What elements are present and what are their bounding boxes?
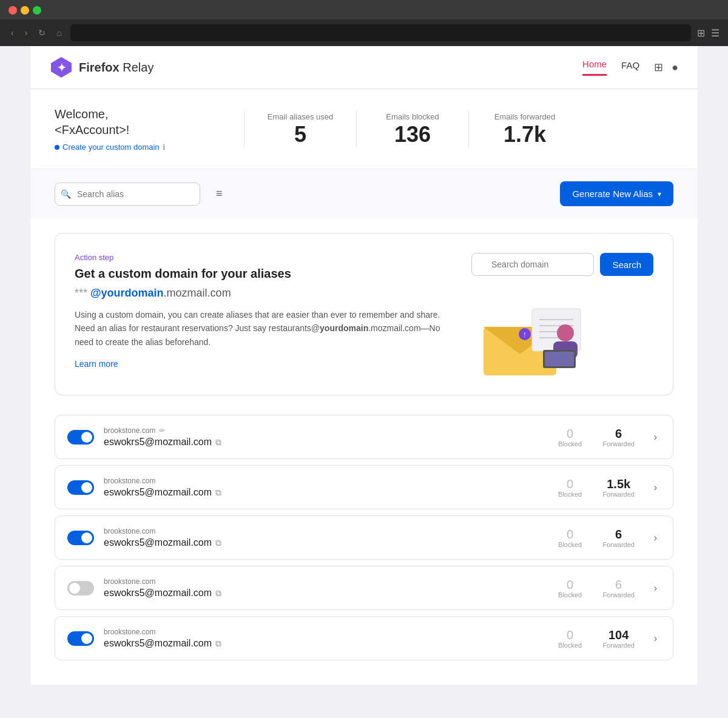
home-button[interactable]: ⌂ (54, 25, 64, 40)
user-icon-button[interactable]: ● (672, 61, 678, 74)
alias-blocked-value-1: 0 (552, 427, 588, 440)
alias-stats-5: 0 Blocked 104 Forwarded (552, 628, 637, 649)
alias-blocked-value-3: 0 (552, 528, 588, 541)
alias-stats-2: 0 Blocked 1.5k Forwarded (552, 477, 637, 498)
alias-label-1: brookstone.com ✏ (104, 426, 542, 435)
search-alias-input[interactable] (55, 183, 200, 206)
filter-button[interactable]: ≡ (210, 184, 229, 204)
nav-faq[interactable]: FAQ (621, 60, 639, 75)
copy-icon-3[interactable]: ⧉ (215, 538, 221, 548)
stat-divider-3 (468, 111, 469, 147)
alias-label-3: brookstone.com (104, 527, 542, 535)
alias-info-4: brookstone.com eswokrs5@mozmail.com ⧉ (104, 577, 542, 599)
alias-email-1: eswokrs5@mozmail.com ⧉ (104, 437, 542, 448)
alias-blocked-stat-5: 0 Blocked (552, 628, 588, 649)
copy-icon-2[interactable]: ⧉ (215, 488, 221, 498)
alias-label-2: brookstone.com (104, 477, 542, 485)
alias-blocked-stat-2: 0 Blocked (552, 477, 588, 498)
alias-info-3: brookstone.com eswokrs5@mozmail.com ⧉ (104, 527, 542, 548)
custom-domain-link[interactable]: Create your custom domain ℹ (55, 143, 224, 152)
alias-item: brookstone.com ✏ eswokrs5@mozmail.com ⧉ … (55, 415, 673, 459)
alias-blocked-value-5: 0 (552, 628, 588, 642)
alias-forwarded-label-2: Forwarded (601, 491, 637, 498)
alias-list: brookstone.com ✏ eswokrs5@mozmail.com ⧉ … (30, 410, 698, 685)
alias-toggle-5[interactable] (67, 631, 94, 646)
alias-expand-button-5[interactable]: › (650, 629, 661, 648)
stat-emails-forwarded: Emails forwarded 1.7k (488, 112, 561, 146)
search-alias-wrapper: 🔍 (55, 183, 200, 206)
alias-forwarded-value-5: 104 (601, 628, 637, 642)
back-button[interactable]: ‹ (8, 25, 16, 40)
browser-chrome (0, 0, 728, 19)
domain-preview: *** @yourdomain.mozmail.com (75, 287, 452, 300)
firefox-relay-logo: ✦ (50, 56, 73, 79)
alias-forwarded-stat-4: 6 Forwarded (601, 578, 637, 599)
alias-item: brookstone.com eswokrs5@mozmail.com ⧉ 0 … (55, 515, 673, 560)
alias-stats-1: 0 Blocked 6 Forwarded (552, 427, 637, 448)
alias-email-4: eswokrs5@mozmail.com ⧉ (104, 588, 542, 599)
search-button[interactable]: Search (600, 253, 653, 276)
svg-text:✦: ✦ (57, 62, 66, 74)
action-step-label: Action step (75, 253, 452, 262)
reload-button[interactable]: ↻ (36, 25, 48, 40)
app-container: ✦ Firefox Relay Home FAQ ⊞ ● Welcome, <F… (30, 46, 698, 685)
alias-blocked-value-4: 0 (552, 578, 588, 591)
alias-label-5: brookstone.com (104, 628, 542, 636)
alias-forwarded-value-2: 1.5k (601, 477, 637, 491)
domain-search: 🔍 Search (471, 253, 653, 276)
alias-stats-3: 0 Blocked 6 Forwarded (552, 528, 637, 548)
browser-window-controls (8, 6, 41, 15)
action-card-right: 🔍 Search (471, 253, 653, 375)
alias-toggle-2[interactable] (67, 480, 94, 495)
alias-forwarded-label-3: Forwarded (601, 541, 637, 548)
alias-item: brookstone.com eswokrs5@mozmail.com ⧉ 0 … (55, 616, 673, 660)
alias-forwarded-value-1: 6 (601, 427, 637, 440)
forward-button[interactable]: › (22, 25, 30, 40)
learn-more-link[interactable]: Learn more (75, 359, 118, 369)
alias-toggle-4[interactable] (67, 581, 94, 596)
alias-blocked-label-2: Blocked (552, 491, 588, 498)
alias-info-2: brookstone.com eswokrs5@mozmail.com ⧉ (104, 477, 542, 498)
alias-forwarded-stat-2: 1.5k Forwarded (601, 477, 637, 498)
minimize-dot[interactable] (21, 6, 29, 15)
generate-new-alias-button[interactable]: Generate New Alias ▾ (560, 181, 673, 206)
alias-forwarded-value-3: 6 (601, 528, 637, 541)
alias-toggle-1[interactable] (67, 430, 94, 445)
edit-icon[interactable]: ✏ (159, 426, 165, 435)
alias-blocked-stat-4: 0 Blocked (552, 578, 588, 599)
action-card: Action step Get a custom domain for your… (55, 233, 673, 395)
alias-stats-4: 0 Blocked 6 Forwarded (552, 578, 637, 599)
apps-icon-button[interactable]: ⊞ (654, 61, 663, 74)
alias-expand-button-2[interactable]: › (650, 478, 661, 497)
address-bar[interactable] (70, 24, 691, 41)
alias-email-3: eswokrs5@mozmail.com ⧉ (104, 537, 542, 548)
stat-aliases-used: Email aliases used 5 (264, 112, 337, 146)
alias-label-4: brookstone.com (104, 577, 542, 586)
copy-icon-4[interactable]: ⧉ (215, 588, 221, 599)
alias-toggle-3[interactable] (67, 531, 94, 545)
alias-blocked-stat-1: 0 Blocked (552, 427, 588, 448)
alias-blocked-stat-3: 0 Blocked (552, 528, 588, 548)
nav-home[interactable]: Home (582, 59, 607, 76)
stat-emails-blocked: Emails blocked 136 (376, 112, 449, 146)
extensions-icon: ⊞ (697, 27, 705, 39)
blue-dot-icon (55, 145, 59, 150)
close-dot[interactable] (8, 6, 17, 15)
generate-btn-arrow-icon: ▾ (658, 190, 661, 198)
welcome-section: Welcome, <FxAccount>! Create your custom… (55, 106, 224, 152)
alias-expand-button-1[interactable]: › (650, 428, 661, 446)
copy-icon-1[interactable]: ⧉ (215, 437, 221, 448)
maximize-dot[interactable] (33, 6, 41, 15)
alias-item: brookstone.com eswokrs5@mozmail.com ⧉ 0 … (55, 465, 673, 509)
domain-search-input[interactable] (471, 253, 594, 276)
alias-expand-button-4[interactable]: › (650, 579, 661, 597)
action-card-title: Get a custom domain for your aliases (75, 267, 452, 281)
alias-blocked-value-2: 0 (552, 477, 588, 491)
alias-expand-button-3[interactable]: › (650, 529, 661, 547)
search-alias-icon: 🔍 (61, 189, 71, 199)
menu-icon: ☰ (711, 27, 720, 39)
logo-text: Firefox Relay (79, 61, 153, 75)
alias-forwarded-value-4: 6 (601, 578, 637, 591)
copy-icon-5[interactable]: ⧉ (215, 639, 221, 649)
domain-search-wrapper: 🔍 (471, 253, 594, 276)
